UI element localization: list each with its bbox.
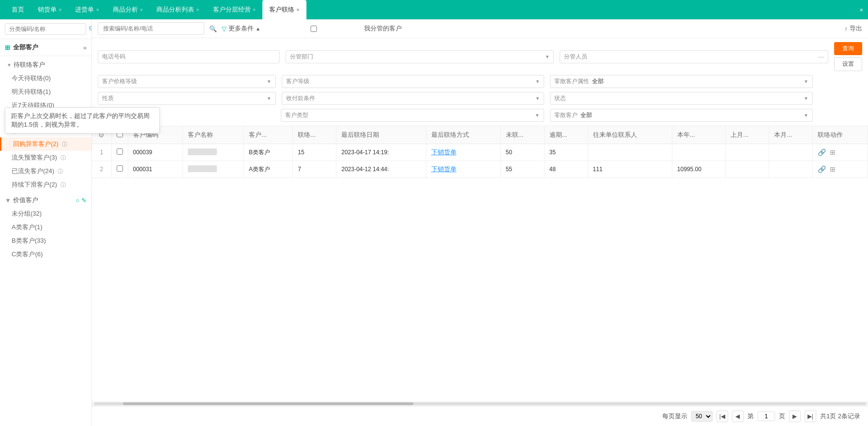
right-content: 距客户上次交易时长，超过了此客户的平均交易周期的1.5倍，则视为异常。 🔍 ▽ …: [92, 19, 868, 426]
first-page-btn[interactable]: |◀: [716, 411, 728, 422]
nav-purchase-close[interactable]: ×: [96, 7, 99, 13]
row1-last-contact-date: 2023-04-17 14:19:: [336, 144, 426, 161]
search-input[interactable]: [98, 22, 204, 35]
nav-product-analysis-list-close[interactable]: ×: [196, 7, 199, 13]
customer-type-field[interactable]: 客户类型 ▼: [281, 109, 544, 122]
sidebar-item-lost-confirmed[interactable]: 已流失客户(24) ⓘ: [0, 164, 91, 178]
nav-purchase[interactable]: 进货单 ×: [68, 0, 106, 19]
last-page-btn[interactable]: ▶|: [805, 411, 816, 422]
person-field[interactable]: 分管人员 ···: [560, 50, 828, 63]
pending-group-title[interactable]: ▼ 待联络客户: [0, 58, 91, 72]
price-level-chevron: ▼: [267, 79, 272, 84]
row2-action-icons: 🔗 ⊞: [818, 165, 863, 173]
my-customer-checkbox[interactable]: [265, 26, 362, 32]
all-customers-header[interactable]: ⊞ 全部客户 »: [0, 39, 91, 56]
row1-index: 1: [92, 144, 111, 161]
col-uncontacted-header: 未联...: [501, 126, 544, 144]
customer-level-field[interactable]: 客户等级 ▼: [282, 75, 545, 88]
row1-name-blur: [188, 148, 217, 155]
per-page-select[interactable]: 50: [691, 411, 713, 422]
nav-home[interactable]: 首页: [5, 0, 31, 19]
phone-field[interactable]: 电话号码: [98, 50, 280, 63]
edit-icon[interactable]: ✎: [81, 197, 87, 204]
sidebar-item-unclassified[interactable]: 未分组(32): [0, 207, 91, 220]
sidebar-search-input[interactable]: [5, 23, 86, 35]
sidebar-item-lost-predicted[interactable]: 流失预警客户(3) ⓘ: [0, 151, 91, 164]
row1-grid-icon[interactable]: ⊞: [830, 148, 836, 156]
nav-product-analysis[interactable]: 商品分析 ×: [106, 0, 150, 19]
sidebar-search-icon[interactable]: 🔍: [89, 26, 92, 33]
row2-link-icon[interactable]: 🔗: [818, 165, 826, 173]
col-overdue-header: 逾期...: [544, 126, 588, 144]
export-icon: ↑: [845, 25, 848, 32]
export-btn[interactable]: ↑ 导出: [845, 24, 863, 33]
circle-icon[interactable]: ○: [76, 197, 79, 204]
customer-type-chevron: ▼: [535, 113, 540, 118]
dept-field[interactable]: 分管部门 ▼: [286, 50, 554, 63]
page-number-input[interactable]: [758, 411, 775, 421]
nav-sales-close[interactable]: ×: [59, 7, 61, 13]
close-all-button[interactable]: ×: [859, 6, 863, 14]
payment-term-field[interactable]: 收付款条件 ▼: [282, 92, 545, 105]
price-level-field[interactable]: 客户价格等级 ▼: [98, 75, 276, 88]
table-area: ⚙ 客户编码 客户名称 客户... 联络... 最后联络日期 最后联络方式 未联…: [92, 126, 868, 401]
row2-uncontacted: 55: [501, 161, 544, 178]
sidebar-item-continuous-down[interactable]: 持续下滑客户(2) ⓘ: [0, 178, 91, 191]
sidebar-item-repurchase-abnormal[interactable]: 回购异常客户(2) ⓘ: [0, 137, 91, 151]
settings-button[interactable]: 设置: [834, 57, 862, 71]
retail-attr-field[interactable]: 零散客户属性 全部 ▼: [550, 75, 813, 88]
retail-customer-field[interactable]: 零散客户 全部 ▼: [550, 109, 813, 122]
row2-select-checkbox[interactable]: [117, 165, 123, 172]
col-last-month-header: 上月...: [726, 126, 769, 144]
scroll-track: [94, 402, 866, 405]
nav-customer-contact[interactable]: 客户联络 ×: [262, 0, 306, 19]
filter-bar: 🔍 ▽ 更多条件 ▲ 我分管的客户 ↑ 导出: [92, 19, 868, 38]
sidebar-item-tomorrow[interactable]: 明天待联络(1): [0, 85, 91, 99]
sidebar-item-c-class[interactable]: C类客户(6): [0, 248, 91, 261]
next-page-btn[interactable]: ▶: [789, 411, 801, 422]
row2-code: 000031: [128, 161, 183, 178]
nav-customer-segment-close[interactable]: ×: [253, 7, 256, 13]
grid-icon: ⊞: [5, 44, 10, 51]
table-header-row: ⚙ 客户编码 客户名称 客户... 联络... 最后联络日期 最后联络方式 未联…: [92, 126, 868, 144]
nav-sales[interactable]: 销货单 ×: [31, 0, 68, 19]
row2-level: A类客户: [244, 161, 293, 178]
query-button[interactable]: 查询: [834, 42, 862, 55]
nav-product-analysis-list[interactable]: 商品分析列表 ×: [150, 0, 206, 19]
row1-last-contact-method[interactable]: 下销货单: [426, 144, 501, 161]
gender-field[interactable]: 性质 ▼: [98, 92, 276, 105]
continuous-down-info-icon: ⓘ: [61, 182, 66, 188]
sidebar-item-a-class[interactable]: A类客户(1): [0, 220, 91, 234]
col-level-header: 客户...: [244, 126, 293, 144]
search-icon[interactable]: 🔍: [209, 25, 217, 32]
nav-customer-segment[interactable]: 客户分层经营 ×: [206, 0, 262, 19]
main-layout: 🔍 ⊞ 全部客户 » ▼ 待联络客户 今天待联络(0) 明天待联络(1) 近7天…: [0, 19, 868, 426]
row1-link-icon[interactable]: 🔗: [818, 148, 826, 156]
col-contact-header: 联络...: [293, 126, 336, 144]
status-chevron: ▼: [804, 96, 808, 101]
sidebar-collapse-btn[interactable]: »: [83, 44, 87, 51]
col-actions-header: 联络动作: [813, 126, 868, 144]
my-customer-filter: 我分管的客户: [265, 24, 402, 33]
status-field[interactable]: 状态 ▼: [550, 92, 813, 105]
person-more-btn[interactable]: ···: [818, 53, 824, 60]
retail-customer-chevron: ▼: [804, 113, 808, 118]
nav-product-analysis-close[interactable]: ×: [140, 7, 143, 13]
row2-contact: 7: [293, 161, 336, 178]
filter-actions: 查询 设置: [834, 42, 862, 71]
col-this-month-header: 本月...: [769, 126, 813, 144]
nav-customer-contact-close[interactable]: ×: [296, 7, 299, 13]
row1-name: [183, 144, 244, 161]
dept-chevron: ▼: [545, 54, 549, 59]
row1-select-checkbox[interactable]: [117, 148, 123, 155]
sidebar-item-today[interactable]: 今天待联络(0): [0, 72, 91, 85]
prev-page-btn[interactable]: ◀: [732, 411, 744, 422]
gender-chevron: ▼: [267, 96, 272, 101]
row2-grid-icon[interactable]: ⊞: [830, 165, 836, 173]
value-group-edit-icons: ○ ✎: [76, 197, 87, 204]
scroll-thumb[interactable]: [123, 402, 413, 405]
more-conditions-btn[interactable]: ▽ 更多条件 ▲: [222, 24, 260, 33]
horizontal-scrollbar[interactable]: [92, 401, 868, 406]
sidebar-item-b-class[interactable]: B类客户(33): [0, 234, 91, 248]
row2-last-contact-method[interactable]: 下销货单: [426, 161, 501, 178]
